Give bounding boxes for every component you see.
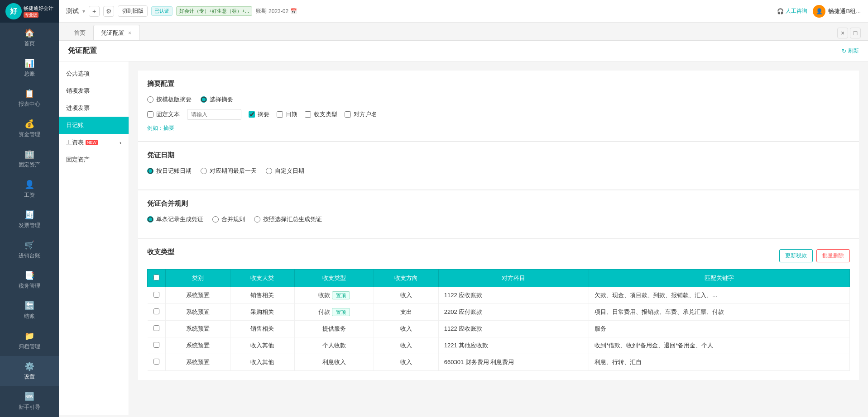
certified-tag: 已认证: [151, 6, 173, 16]
row-category: 系统预置: [166, 304, 230, 321]
merge-section: 凭证合并规则 单条记录生成凭证 合并规则: [138, 190, 859, 238]
main-content: 测试 ▾ + ⚙ 切到旧版 已认证 好会计（专）+好生意（标）+... 账期 2…: [59, 0, 868, 417]
row-type: 利息收入: [295, 354, 374, 371]
logo-icon: 好: [5, 3, 22, 19]
summary-checkbox-group: 固定文本 摘要 日期: [147, 109, 850, 120]
sidebar-item-资金管理[interactable]: 💰资金管理: [0, 114, 59, 144]
row-checkbox[interactable]: [153, 308, 159, 314]
settings-icon[interactable]: ⚙: [103, 6, 114, 17]
row-checkbox-cell: [148, 354, 166, 371]
topbar: 测试 ▾ + ⚙ 切到旧版 已认证 好会计（专）+好生意（标）+... 账期 2…: [59, 0, 868, 23]
radio-single-voucher[interactable]: 单条记录生成凭证: [147, 215, 203, 223]
sidebar-item-工资[interactable]: 👤工资: [0, 174, 59, 204]
row-category: 系统预置: [166, 354, 230, 371]
radio-daily-date[interactable]: 按日记账日期: [147, 167, 192, 175]
sidebar-item-固定资产[interactable]: 🏢固定资产: [0, 144, 59, 174]
row-checkbox-cell: [148, 287, 166, 304]
nav-icon: 🛒: [24, 240, 34, 250]
user-menu[interactable]: 👤 畅捷通B组...: [813, 5, 861, 18]
batch-delete-button[interactable]: 批量删除: [816, 249, 850, 262]
left-nav-item-日记账[interactable]: 日记账: [59, 117, 129, 134]
left-nav: 公共选项销项发票进项发票日记账工资表NEW›固定资产: [59, 62, 129, 415]
add-button[interactable]: +: [89, 6, 100, 17]
sidebar-navigation: 🏠首页📊总账📋报表中心💰资金管理🏢固定资产👤工资🧾发票管理🛒进销台账📑税务管理🔚…: [0, 23, 59, 417]
top-tag[interactable]: 置顶: [332, 308, 350, 316]
nav-icon: 📁: [24, 331, 34, 341]
left-nav-label: 固定资产: [66, 156, 90, 164]
radio-merge-rule[interactable]: 合并规则: [212, 215, 245, 223]
sidebar-item-税务管理[interactable]: 📑税务管理: [0, 265, 59, 295]
row-checkbox-cell: [148, 337, 166, 354]
row-checkbox[interactable]: [153, 342, 159, 348]
sidebar-item-发票管理[interactable]: 🧾发票管理: [0, 204, 59, 235]
merge-section-title: 凭证合并规则: [147, 199, 850, 208]
radio-period-end[interactable]: 对应期间最后一天: [201, 167, 257, 175]
left-nav-item-固定资产[interactable]: 固定资产: [59, 151, 129, 168]
tab-close-icon[interactable]: ×: [127, 29, 132, 37]
sidebar-item-新手引导[interactable]: 🆕新手引导: [0, 386, 59, 417]
window-close-button[interactable]: ×: [837, 28, 848, 38]
radio-select-summary[interactable]: 选择摘要: [201, 95, 233, 104]
left-nav-item-销项发票[interactable]: 销项发票: [59, 82, 129, 100]
radio-custom-date[interactable]: 自定义日期: [266, 167, 304, 175]
sidebar-item-进销台账[interactable]: 🛒进销台账: [0, 235, 59, 265]
row-checkbox[interactable]: [153, 359, 159, 365]
row-major: 采购相关: [230, 304, 295, 321]
tabbar: 首页 凭证配置 × × □: [59, 23, 868, 41]
checkbox-fixed-text[interactable]: 固定文本: [147, 110, 180, 118]
window-max-button[interactable]: □: [850, 28, 861, 38]
row-major: 销售相关: [230, 321, 295, 337]
left-nav-item-进项发票[interactable]: 进项发票: [59, 100, 129, 117]
sidebar-item-首页[interactable]: 🏠首页: [0, 23, 59, 53]
income-expense-title: 收支类型: [147, 248, 174, 256]
checkbox-summary[interactable]: 摘要: [249, 110, 269, 118]
row-major: 收入其他: [230, 337, 295, 354]
help-button[interactable]: 🎧 人工咨询: [777, 7, 807, 15]
row-category: 系统预置: [166, 337, 230, 354]
radio-template-summary[interactable]: 按模板版摘要: [147, 95, 192, 104]
date-radio-group: 按日记账日期 对应期间最后一天 自定义日期: [147, 167, 850, 175]
radio-summary-generate[interactable]: 按照选择汇总生成凭证: [254, 215, 322, 223]
example-text: 例如：摘要: [147, 124, 850, 132]
fixed-text-input[interactable]: [187, 109, 241, 120]
dropdown-arrow-icon[interactable]: ▾: [82, 8, 85, 14]
sidebar-item-label: 总账: [24, 70, 35, 78]
left-nav-item-公共选项[interactable]: 公共选项: [59, 65, 129, 82]
sidebar-item-label: 税务管理: [19, 282, 40, 290]
income-expense-table: 类别 收支大类 收支类型 收支方向 对方科目 匹配关键字: [147, 269, 850, 371]
page-area: 凭证配置 ↻ 刷新 公共选项销项发票进项发票日记账工资表NEW›固定资产 摘要配…: [59, 41, 868, 417]
row-checkbox[interactable]: [153, 325, 159, 331]
select-all-checkbox[interactable]: [153, 275, 159, 280]
left-nav-label: 工资表: [66, 138, 84, 147]
tab-home[interactable]: 首页: [66, 25, 93, 40]
sidebar-item-报表中心[interactable]: 📋报表中心: [0, 83, 59, 114]
col-category: 类别: [166, 270, 230, 287]
left-nav-item-工资表[interactable]: 工资表NEW›: [59, 134, 129, 151]
left-nav-label: 公共选项: [66, 70, 90, 78]
sidebar-item-label: 资金管理: [19, 131, 40, 138]
sidebar-item-结账[interactable]: 🔚结账: [0, 295, 59, 326]
sidebar-item-总账[interactable]: 📊总账: [0, 53, 59, 83]
tab-voucher-config[interactable]: 凭证配置 ×: [93, 25, 140, 40]
row-keywords: 服务: [589, 321, 850, 337]
col-account: 对方科目: [438, 270, 589, 287]
topbar-right: 🎧 人工咨询 👤 畅捷通B组...: [777, 5, 861, 18]
nav-icon: 👤: [24, 180, 34, 190]
nav-icon: 📊: [24, 58, 34, 68]
page-title: 凭证配置: [68, 46, 97, 56]
calendar-icon[interactable]: 📅: [290, 8, 297, 14]
nav-icon: 🔚: [24, 301, 34, 311]
date-section: 凭证日期 按日记账日期 对应期间最后一天: [138, 142, 859, 190]
checkbox-income-type[interactable]: 收支类型: [305, 110, 337, 118]
sidebar-item-归档管理[interactable]: 📁归档管理: [0, 326, 59, 356]
refresh-button[interactable]: ↻ 刷新: [842, 47, 859, 55]
row-checkbox[interactable]: [153, 292, 159, 298]
row-category: 系统预置: [166, 287, 230, 304]
top-tag[interactable]: 置顶: [332, 291, 350, 299]
sidebar-item-设置[interactable]: ⚙️设置: [0, 356, 59, 386]
update-tax-button[interactable]: 更新税款: [779, 249, 813, 262]
row-direction: 收入: [374, 337, 439, 354]
checkbox-date[interactable]: 日期: [277, 110, 297, 118]
switch-old-version-button[interactable]: 切到旧版: [118, 5, 148, 17]
checkbox-counterparty[interactable]: 对方户名: [345, 110, 377, 118]
